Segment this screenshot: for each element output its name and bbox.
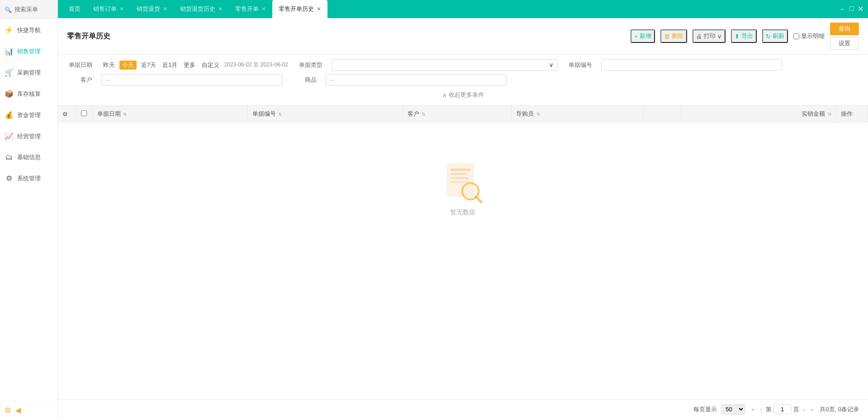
prev-page-button[interactable]: ‹ (758, 405, 764, 414)
th-amount[interactable]: 实销金额 ⇅ (681, 106, 836, 122)
th-no-label: 单据编号 (252, 110, 276, 117)
tab-retail-open-close[interactable]: ✕ (261, 6, 266, 12)
filter-area: 单据日期 昨天 今天 近7天 近1月 更多 自定义 2023-06-02 至 2… (58, 55, 868, 106)
tab-sales-return-history-label: 销货退货历史 (180, 5, 215, 13)
date-range-display: 2023-06-02 至 2023-06-02 (224, 61, 288, 69)
sidebar-item-zijin[interactable]: 💰 资金管理 (0, 104, 57, 126)
empty-illustration (438, 159, 488, 208)
data-table: ⚙ 单据日期 ⇅ 单据编号 ⇅ 客户 ⇅ (58, 106, 868, 253)
sidebar-search[interactable]: 🔍 搜索采单 (0, 0, 57, 19)
tab-sales-return[interactable]: 销货退货 ✕ (130, 0, 174, 18)
sidebar-item-label: 资金管理 (17, 111, 41, 119)
cart-icon: 🛒 (5, 68, 14, 77)
sidebar-item-label: 库存核算 (17, 90, 41, 98)
sidebar-item-label: 快捷导航 (17, 26, 41, 34)
th-salesperson-label: 导购员 (516, 110, 534, 117)
tab-home[interactable]: 首页 (62, 0, 87, 18)
tab-sales-return-history-close[interactable]: ✕ (218, 6, 223, 12)
doc-no-input[interactable] (601, 59, 782, 71)
first-page-button[interactable]: « (749, 405, 756, 414)
per-page-select[interactable]: 50 10 20 100 (721, 404, 745, 414)
date-custom[interactable]: 自定义 (200, 61, 221, 70)
th-settings[interactable]: ⚙ (58, 106, 76, 122)
date-today[interactable]: 今天 (119, 61, 137, 70)
export-icon: ⬆ (735, 33, 740, 40)
page-input[interactable] (773, 405, 792, 414)
sidebar-item-caigou[interactable]: 🛒 采购管理 (0, 62, 57, 83)
select-all-checkbox[interactable] (81, 110, 87, 116)
sidebar-item-xiaoshou[interactable]: 📊 销售管理 (0, 41, 57, 62)
collapse-sidebar-button[interactable]: ◀ (15, 406, 21, 414)
sidebar-item-label: 经营管理 (17, 132, 41, 141)
goods-select[interactable]: ··· (326, 74, 507, 85)
settings-button[interactable]: ⚙ (5, 406, 11, 414)
sort-no-icon: ⇅ (278, 112, 282, 117)
tab-retail-history[interactable]: 零售开单历史 ✕ (272, 0, 327, 18)
refresh-button[interactable]: ↻ 刷新 (762, 29, 788, 43)
refresh-icon: ↻ (766, 33, 771, 40)
sidebar-item-jingying[interactable]: 📈 经营管理 (0, 126, 57, 147)
svg-rect-1 (451, 169, 470, 171)
sidebar-item-label: 销售管理 (17, 47, 41, 56)
goods-label: 商品 (291, 76, 317, 84)
th-customer[interactable]: 客户 ⇅ (403, 106, 511, 122)
query-button[interactable]: 查询 (830, 23, 859, 35)
display-detail-input[interactable] (793, 33, 799, 39)
date-1month[interactable]: 近1月 (161, 61, 179, 70)
sidebar-item-kuaijie[interactable]: ⚡ 快捷导航 (0, 19, 57, 41)
delete-button[interactable]: 🗑 删除 (660, 29, 687, 43)
box-icon: 📦 (5, 89, 14, 98)
folder-icon: 🗂 (5, 153, 14, 161)
date-yesterday[interactable]: 昨天 (101, 61, 117, 70)
page-header: 零售开单历史 + 新增 🗑 删除 🖨 打印 ∨ ⬆ 导出 ↻ 刷新 (58, 18, 868, 55)
filter-row-2: 客户 ··· 商品 ··· (67, 74, 859, 85)
th-checkbox[interactable] (76, 106, 92, 122)
th-date[interactable]: 单据日期 ⇅ (92, 106, 247, 122)
toolbar: + 新增 🗑 删除 🖨 打印 ∨ ⬆ 导出 ↻ 刷新 显示明细 (631, 23, 859, 50)
tab-sales-return-history[interactable]: 销货退货历史 ✕ (174, 0, 229, 18)
sidebar-item-xitong[interactable]: ⚙ 系统管理 (0, 168, 57, 189)
column-settings-icon[interactable]: ⚙ (62, 111, 68, 118)
sidebar-item-kucun[interactable]: 📦 库存核算 (0, 83, 57, 104)
tab-sales-order-label: 销售订单 (93, 5, 117, 13)
delete-label: 删除 (672, 32, 683, 40)
tab-retail-open[interactable]: 零售开单 ✕ (229, 0, 272, 18)
sidebar-item-label: 系统管理 (17, 174, 41, 183)
setting-button[interactable]: 设置 (830, 37, 859, 50)
tab-sales-order-close[interactable]: ✕ (119, 6, 124, 12)
sort-amount-icon: ⇅ (828, 112, 831, 117)
customer-select[interactable]: ··· (101, 74, 282, 85)
tab-sales-return-close[interactable]: ✕ (163, 6, 167, 12)
th-no[interactable]: 单据编号 ⇅ (247, 106, 403, 122)
maximize-button[interactable]: □ (849, 5, 854, 14)
date-filter-label: 单据日期 (67, 61, 92, 69)
date-7days[interactable]: 近7天 (139, 61, 158, 70)
next-page-button[interactable]: › (801, 405, 806, 414)
date-more[interactable]: 更多 (182, 61, 197, 70)
add-label: 新增 (640, 32, 651, 40)
tab-sales-order[interactable]: 销售订单 ✕ (87, 0, 130, 18)
export-label: 导出 (741, 32, 753, 40)
window-controls: － □ ✕ (839, 5, 863, 14)
th-amount-label: 实销金额 (802, 110, 825, 117)
table-body: 暂无数据 (58, 122, 868, 253)
print-button[interactable]: 🖨 打印 ∨ (693, 29, 726, 43)
th-salesperson[interactable]: 导购员 ⇅ (511, 106, 643, 122)
last-page-button[interactable]: » (808, 405, 815, 414)
add-button[interactable]: + 新增 (631, 29, 655, 43)
close-button[interactable]: ✕ (858, 5, 863, 14)
tab-retail-history-close[interactable]: ✕ (317, 6, 321, 12)
collapse-filter-btn[interactable]: ∧ 收起更多条件 (67, 89, 859, 101)
table-area: ⚙ 单据日期 ⇅ 单据编号 ⇅ 客户 ⇅ (58, 106, 868, 399)
minimize-button[interactable]: － (839, 5, 846, 14)
tab-sales-return-label: 销货退货 (137, 5, 160, 13)
doc-type-select[interactable]: ∨ (332, 59, 558, 71)
tab-retail-open-label: 零售开单 (235, 5, 259, 13)
page-of-label: 页 (793, 405, 799, 414)
sidebar-item-jichu[interactable]: 🗂 基础信息 (0, 147, 57, 168)
add-icon: + (634, 33, 638, 40)
svg-point-6 (465, 186, 476, 197)
export-button[interactable]: ⬆ 导出 (731, 29, 757, 43)
display-detail-checkbox[interactable]: 显示明细 (793, 32, 825, 40)
sidebar-item-label: 基础信息 (17, 153, 41, 161)
